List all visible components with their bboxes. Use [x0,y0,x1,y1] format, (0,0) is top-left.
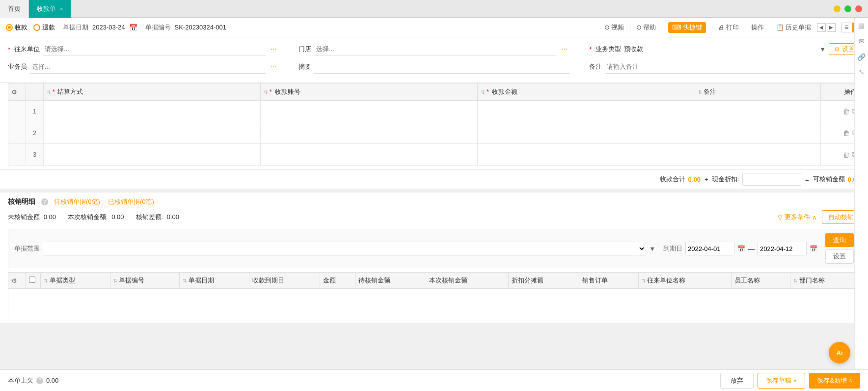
calendar-to-icon[interactable]: 📅 [810,245,817,252]
staff-more-icon[interactable]: ··· [269,62,279,71]
sidebar-table-icon[interactable]: ▦ [858,22,866,29]
ai-button[interactable]: Ai [829,342,850,363]
save-draft-label: 保存草稿 [766,376,791,385]
video-button[interactable]: ⊙ 视频 [604,23,624,32]
no-data-cell [8,289,860,318]
counterpart-label: 往来单位 [14,45,40,54]
amount-cell-1[interactable] [478,101,695,122]
list-view-button[interactable]: ☰ [841,23,851,32]
delete-icon-3[interactable]: 🗑 [843,151,850,159]
radio-refund-label: 退款 [42,23,55,32]
minimize-button[interactable] [834,5,841,12]
sidebar-expand-icon[interactable]: ⤢ [858,69,866,75]
biz-type-field: * 业务类型 预收款 ▼ ⚙ 设置 [589,43,860,55]
sidebar-link-icon[interactable]: 🔗 [858,53,866,61]
tab-receipt-label: 收款单 [37,4,56,13]
writeoff-info-icon[interactable]: ? [41,198,48,205]
bottom-table-wrapper: ⚙ ⇅ 单据类型 ⇅ 单据编号 ⇅ 单据日期 [8,272,860,318]
draft-arrow-icon: ∧ [793,378,797,383]
table-footer: 收款合计 0.00 + 现金折扣: = 可核销金额 0.00 [0,169,868,189]
biz-type-label: 业务类型 [596,45,621,54]
shortcut-button[interactable]: ⌨ 快捷键 [668,22,706,33]
account-cell-1[interactable] [261,101,478,122]
main-content: * 往来单位 ··· 门店 ··· * 业务类型 预收款 ▼ ⚙ 设置 业务员 [0,37,868,323]
unverified-stat: 未核销金额 0.00 [8,213,56,222]
sort-icon: ⇅ [47,89,51,95]
tab-close-icon[interactable]: × [60,6,63,12]
info-icon2[interactable]: ? [36,377,43,384]
delete-icon-2[interactable]: 🗑 [843,129,850,137]
discount-input[interactable] [742,173,801,186]
divider2 [662,24,662,31]
bottom-table-settings-icon[interactable]: ⚙ [11,277,17,284]
row-settings-1 [8,101,26,122]
prev-arrow[interactable]: ◀ [817,23,826,32]
save-new-arrow-icon: ∧ [849,378,852,383]
radio-refund-dot [33,24,40,31]
tab-receipt[interactable]: 收款单 × [29,0,71,18]
table-settings-icon[interactable]: ⚙ [11,88,17,96]
radio-refund[interactable]: 退款 [33,23,55,32]
delete-icon-1[interactable]: 🗑 [843,108,850,115]
calendar-icon[interactable]: 📅 [129,24,137,31]
query-button[interactable]: 查询 [825,233,854,247]
remark-cell-1[interactable] [695,101,820,122]
radio-receipt[interactable]: 收款 [6,23,27,32]
sort-icon2: ⇅ [264,89,268,95]
account-cell-3[interactable] [261,144,478,166]
counterpart-input[interactable] [43,42,266,56]
store-more-icon[interactable]: ··· [559,45,570,54]
window-controls [834,5,868,12]
remark-input[interactable] [605,60,860,74]
maximize-button[interactable] [844,5,851,12]
amount-cell-3[interactable] [478,144,695,166]
done-tab[interactable]: 已核销单据(0笔) [108,197,154,206]
doc-date-value: 2023-03-24 [92,24,125,31]
row-num-header [26,84,44,101]
settle-cell-2[interactable] [44,122,261,144]
store-input[interactable] [314,42,556,56]
next-arrow[interactable]: ▶ [827,23,836,32]
calendar-from-icon[interactable]: 📅 [737,245,745,252]
bottom-value: 0.00 [46,377,58,384]
select-all-checkbox[interactable] [29,277,35,283]
counterpart-more-icon[interactable]: ··· [269,45,279,54]
this-writeoff-col: 本次核销金额 [426,273,509,289]
doc-no-col: ⇅ 单据编号 [110,273,180,289]
help-button[interactable]: ⊙ 帮助 [636,23,656,32]
history-button[interactable]: 📋 历史单据 [776,23,811,32]
filter-icon: ▽ [778,214,783,221]
biz-type-dropdown-icon[interactable]: ▼ [819,46,826,53]
settle-cell-1[interactable] [44,101,261,122]
store-label: 门店 [298,45,311,54]
tab-home[interactable]: 首页 [0,0,29,18]
type-radio-group: 收款 退款 [6,23,55,32]
range-dropdown-icon[interactable]: ▼ [649,245,655,252]
staff-input[interactable] [30,60,266,74]
filter-settings-button[interactable]: 设置 [825,249,854,264]
print-button[interactable]: 🖨 打印 [718,23,739,32]
more-conditions-link[interactable]: ▽ 更多条件 ∧ [778,213,817,222]
account-cell-2[interactable] [261,122,478,144]
amount-cell-2[interactable] [478,122,695,144]
sidebar-mail-icon[interactable]: ✉ [858,37,866,45]
right-sidebar: ▦ ✉ 🔗 ⤢ [854,18,868,369]
abandon-button[interactable]: 放弃 [720,373,754,389]
receipt-sum: 收款合计 0.00 [660,175,701,184]
remark-cell-2[interactable] [695,122,820,144]
operate-button[interactable]: 操作 [751,23,764,32]
discount-label: 现金折扣: [712,175,739,184]
form-row-2: 业务员 ··· 摘要 备注 [8,60,860,74]
close-button[interactable] [855,5,862,12]
range-select[interactable] [43,242,646,255]
pending-tab[interactable]: 待核销单据(0笔) [54,197,100,206]
save-draft-button[interactable]: 保存草稿 ∧ [758,373,805,389]
settle-cell-3[interactable] [44,144,261,166]
save-new-button[interactable]: 保存&新增 ∧ [809,373,860,389]
remark-cell-3[interactable] [695,144,820,166]
summary-input[interactable] [314,60,570,74]
bottom-label: 本单上欠 [8,376,33,385]
date-to-input[interactable] [758,242,807,255]
writeoff-title: 核销明细 [8,197,35,206]
date-from-input[interactable] [685,242,734,255]
